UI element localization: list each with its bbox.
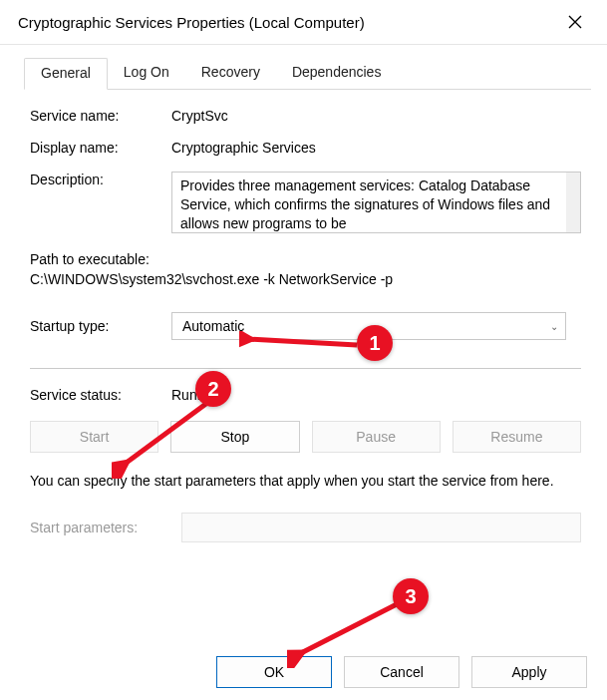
start-params-hint: You can specify the start parameters tha… [30, 471, 581, 491]
value-service-name: CryptSvc [171, 108, 581, 124]
value-path: C:\WINDOWS\system32\svchost.exe -k Netwo… [30, 269, 581, 289]
cancel-button[interactable]: Cancel [344, 656, 459, 688]
ok-button[interactable]: OK [216, 656, 332, 688]
tab-logon[interactable]: Log On [108, 58, 185, 90]
value-description: Provides three management services: Cata… [180, 177, 550, 231]
titlebar: Cryptographic Services Properties (Local… [0, 0, 607, 45]
description-textbox[interactable]: Provides three management services: Cata… [171, 172, 581, 233]
row-service-status: Service status: Running [30, 387, 581, 403]
row-display-name: Display name: Cryptographic Services [30, 140, 581, 156]
dialog-buttons: OK Cancel Apply [216, 656, 587, 688]
general-panel: Service name: CryptSvc Display name: Cry… [16, 90, 591, 552]
row-service-name: Service name: CryptSvc [30, 108, 581, 124]
label-path: Path to executable: [30, 249, 581, 269]
annotation-marker-2: 2 [195, 371, 231, 407]
svg-line-2 [299, 604, 397, 654]
label-service-name: Service name: [30, 108, 171, 124]
close-button[interactable] [557, 8, 593, 36]
annotation-marker-1: 1 [357, 325, 393, 361]
label-start-params: Start parameters: [30, 520, 171, 535]
annotation-marker-3: 3 [393, 578, 429, 614]
start-button: Start [30, 421, 158, 453]
start-params-input [181, 513, 581, 542]
label-display-name: Display name: [30, 140, 171, 156]
close-icon [568, 15, 582, 29]
description-scrollbar[interactable] [566, 173, 580, 232]
tab-general[interactable]: General [24, 58, 108, 90]
resume-button: Resume [453, 421, 581, 453]
label-description: Description: [30, 172, 171, 187]
separator [30, 368, 581, 369]
tab-strip: General Log On Recovery Dependencies [24, 57, 591, 90]
value-display-name: Cryptographic Services [171, 140, 581, 156]
stop-button[interactable]: Stop [170, 421, 299, 453]
tab-recovery[interactable]: Recovery [185, 58, 276, 90]
row-description: Description: Provides three management s… [30, 172, 581, 233]
dialog-content: General Log On Recovery Dependencies Ser… [0, 45, 607, 552]
tab-dependencies[interactable]: Dependencies [276, 58, 398, 90]
window-title: Cryptographic Services Properties (Local… [18, 14, 365, 31]
label-service-status: Service status: [30, 387, 171, 403]
service-control-buttons: Start Stop Pause Resume [30, 421, 581, 453]
pause-button: Pause [312, 421, 441, 453]
row-start-params: Start parameters: [30, 513, 581, 542]
row-path: Path to executable: C:\WINDOWS\system32\… [30, 249, 581, 290]
apply-button[interactable]: Apply [471, 656, 587, 688]
label-startup-type: Startup type: [30, 318, 171, 334]
row-startup-type: Startup type: Automatic ⌄ [30, 312, 581, 340]
value-service-status: Running [171, 387, 581, 403]
